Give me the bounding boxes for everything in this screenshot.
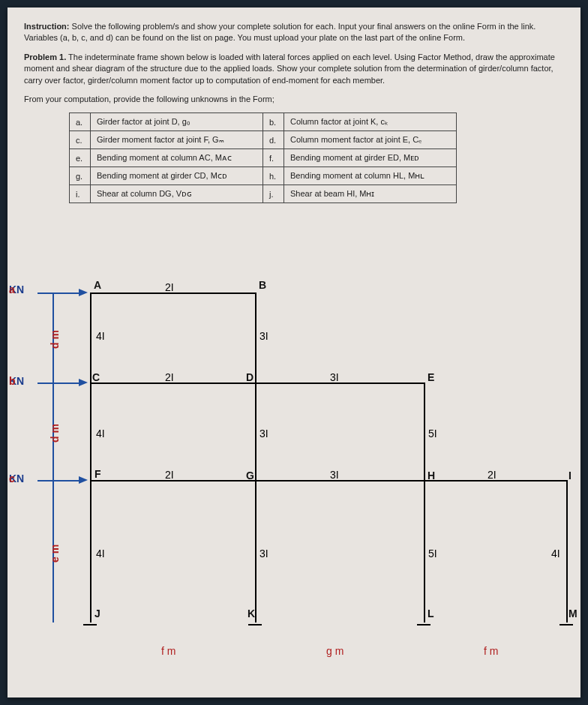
force-line-a <box>38 292 82 294</box>
node-j: J <box>94 608 100 620</box>
node-b: B <box>259 279 266 291</box>
table-row: i. Shear at column DG, Vᴅɢ j. Shear at b… <box>70 185 457 203</box>
cell-key: g. <box>70 167 91 185</box>
cell-desc: Shear at beam HI, Mʜɪ <box>284 185 457 203</box>
cell-key: c. <box>70 131 91 149</box>
column-b-k <box>255 292 256 622</box>
force-a-var: a <box>9 284 15 296</box>
height-label-mid: d m <box>49 424 61 442</box>
frame-diagram: a a KNKN b KN c KN d m d m e m A B C D E… <box>8 285 580 675</box>
col-fj-I: 4I <box>96 548 105 560</box>
cell-desc: Shear at column DG, Vᴅɢ <box>91 185 263 203</box>
col-eh-I: 5I <box>428 428 437 440</box>
node-a: A <box>94 279 101 291</box>
force-c-var: c <box>9 472 15 484</box>
cell-desc: Bending moment at column AC, Mᴀᴄ <box>91 149 263 167</box>
beam-ab-I: 2I <box>165 281 174 293</box>
arrow-icon <box>79 476 88 484</box>
document-page: Instruction: Solve the following problem… <box>8 8 580 698</box>
unknowns-intro: From your computation, provide the follo… <box>24 94 564 105</box>
beam-cde <box>90 382 424 384</box>
node-h: H <box>428 470 435 482</box>
problem-text: The indeterminate frame shown below is l… <box>24 52 555 85</box>
force-line-c <box>38 480 82 482</box>
instruction-text: Solve the following problem/s and show y… <box>24 22 536 42</box>
span-kl: g m <box>326 645 344 657</box>
table-row: e. Bending moment at column AC, Mᴀᴄ f. B… <box>70 149 457 167</box>
col-dg-I: 3I <box>260 428 268 440</box>
cell-key: j. <box>263 185 284 203</box>
node-l: L <box>428 608 434 620</box>
table-row: c. Girder moment factor at joint F, Gₘ d… <box>70 131 457 149</box>
cell-desc: Column moment factor at joint E, Cₑ <box>284 131 457 149</box>
cell-key: h. <box>263 167 284 185</box>
cell-desc: Column factor at joint K, cₖ <box>284 113 457 131</box>
instruction-label: Instruction: <box>24 22 70 31</box>
table-row: g. Bending moment at girder CD, Mᴄᴅ h. B… <box>70 167 457 185</box>
cell-desc: Girder moment factor at joint F, Gₘ <box>91 131 263 149</box>
node-g: G <box>246 470 254 482</box>
problem-paragraph: Problem 1. The indeterminate frame shown… <box>24 52 564 86</box>
cell-key: b. <box>263 113 284 131</box>
node-m: M <box>568 608 578 620</box>
beam-de-I: 3I <box>330 371 339 383</box>
col-gk-I: 3I <box>260 548 268 560</box>
col-cf-I: 4I <box>96 428 105 440</box>
node-f: F <box>94 468 101 480</box>
node-i: I <box>568 470 572 482</box>
col-hl-I: 5I <box>428 548 437 560</box>
support-m <box>560 622 573 626</box>
table-row: a. Girder factor at joint D, g₀ b. Colum… <box>70 113 457 131</box>
cell-desc: Girder factor at joint D, g₀ <box>91 113 263 131</box>
beam-fg-I: 2I <box>165 469 174 481</box>
col-ac-I: 4I <box>96 330 105 342</box>
support-k <box>248 622 262 626</box>
col-im-I: 4I <box>551 548 560 560</box>
arrow-icon <box>79 379 88 386</box>
force-line-b <box>38 382 82 384</box>
arrow-icon <box>79 289 88 296</box>
beam-cd-I: 2I <box>165 371 174 383</box>
node-k: K <box>248 608 255 620</box>
problem-label: Problem 1. <box>24 52 66 62</box>
column-e-l <box>424 382 425 622</box>
support-l <box>417 622 430 626</box>
instruction-paragraph: Instruction: Solve the following problem… <box>24 21 564 44</box>
node-c: C <box>92 371 100 383</box>
column-i-m <box>566 480 568 622</box>
column-a-j <box>90 292 92 622</box>
force-b-var: b <box>9 375 16 387</box>
span-lm: f m <box>484 645 498 657</box>
cell-key: a. <box>70 113 91 131</box>
height-label-bot: e m <box>49 544 61 562</box>
height-label-top: d m <box>49 330 61 349</box>
cell-key: e. <box>70 149 91 167</box>
span-jk: f m <box>161 645 176 657</box>
cell-desc: Bending moment at column HL, Mʜʟ <box>284 167 457 185</box>
col-bd-I: 3I <box>260 330 268 342</box>
beam-gh-I: 3I <box>330 469 339 481</box>
cell-key: d. <box>263 131 284 149</box>
support-j <box>83 622 97 626</box>
cell-key: i. <box>70 185 91 203</box>
cell-desc: Bending moment at girder CD, Mᴄᴅ <box>91 167 263 185</box>
cell-desc: Bending moment at girder ED, Mᴇᴅ <box>284 149 457 167</box>
cell-key: f. <box>263 149 284 167</box>
unknowns-table: a. Girder factor at joint D, g₀ b. Colum… <box>69 112 457 203</box>
node-d: D <box>246 371 254 383</box>
node-e: E <box>428 371 434 383</box>
beam-hi-I: 2I <box>488 469 496 481</box>
